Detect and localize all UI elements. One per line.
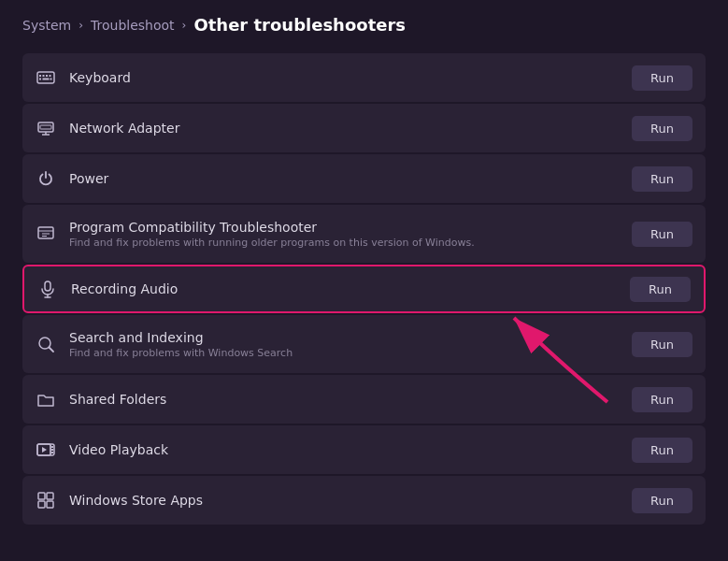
- item-left-keyboard: Keyboard: [36, 67, 131, 88]
- svg-rect-6: [43, 79, 50, 80]
- item-left-video-playback: Video Playback: [36, 439, 168, 460]
- item-subtitle-program-compat: Find and fix problems with running older…: [69, 237, 475, 249]
- item-title-search-indexing: Search and Indexing: [69, 330, 293, 345]
- svg-rect-30: [38, 501, 45, 508]
- item-title-power: Power: [69, 171, 108, 186]
- breadcrumb-troubleshoot[interactable]: Troubleshoot: [91, 18, 175, 33]
- list-item-program-compat: Program Compatibility TroubleshooterFind…: [22, 205, 706, 263]
- item-title-program-compat: Program Compatibility Troubleshooter: [69, 220, 475, 235]
- item-subtitle-search-indexing: Find and fix problems with Windows Searc…: [69, 347, 293, 359]
- keyboard-icon: [36, 67, 56, 88]
- run-button-windows-store[interactable]: Run: [632, 488, 692, 513]
- store-icon: [36, 490, 56, 511]
- svg-rect-24: [51, 446, 53, 448]
- svg-marker-27: [42, 447, 47, 453]
- run-button-recording-audio[interactable]: Run: [630, 277, 691, 302]
- svg-rect-26: [51, 452, 53, 453]
- video-icon: [36, 439, 56, 460]
- list-item-network-adapter: Network AdapterRun: [22, 104, 706, 152]
- network-icon: [36, 118, 56, 138]
- compat-icon: [36, 223, 56, 244]
- svg-rect-29: [47, 493, 53, 499]
- item-left-shared-folders: Shared Folders: [36, 389, 166, 410]
- svg-rect-12: [38, 227, 53, 238]
- troubleshooter-list: KeyboardRunNetwork AdapterRunPowerRunPro…: [22, 53, 706, 525]
- svg-rect-7: [50, 79, 52, 80]
- item-title-video-playback: Video Playback: [69, 442, 168, 457]
- item-left-recording-audio: Recording Audio: [37, 279, 178, 299]
- svg-rect-1: [39, 75, 41, 77]
- item-left-power: Power: [36, 168, 108, 189]
- svg-rect-2: [43, 75, 45, 77]
- svg-rect-25: [51, 449, 53, 451]
- list-item-power: PowerRun: [22, 154, 706, 203]
- item-title-shared-folders: Shared Folders: [69, 392, 166, 407]
- svg-rect-9: [40, 125, 51, 129]
- breadcrumb-system[interactable]: System: [22, 18, 71, 33]
- breadcrumb: System › Troubleshoot › Other troublesho…: [22, 15, 706, 35]
- list-item-video-playback: Video PlaybackRun: [22, 425, 706, 474]
- folder-icon: [36, 389, 56, 410]
- item-left-search-indexing: Search and IndexingFind and fix problems…: [36, 330, 293, 359]
- list-item-shared-folders: Shared FoldersRun: [22, 375, 706, 424]
- run-button-program-compat[interactable]: Run: [632, 222, 692, 247]
- item-title-keyboard: Keyboard: [69, 70, 131, 85]
- separator-1: ›: [79, 19, 83, 32]
- item-title-recording-audio: Recording Audio: [71, 281, 178, 296]
- run-button-search-indexing[interactable]: Run: [632, 332, 692, 357]
- item-title-network-adapter: Network Adapter: [69, 121, 179, 136]
- svg-rect-28: [38, 493, 45, 499]
- list-item-recording-audio: Recording AudioRun: [22, 265, 706, 313]
- item-title-windows-store: Windows Store Apps: [69, 493, 203, 508]
- svg-rect-16: [45, 281, 50, 291]
- item-left-program-compat: Program Compatibility TroubleshooterFind…: [36, 220, 475, 249]
- run-button-shared-folders[interactable]: Run: [632, 387, 692, 412]
- run-button-power[interactable]: Run: [632, 166, 692, 192]
- svg-rect-31: [47, 501, 53, 508]
- run-button-network-adapter[interactable]: Run: [632, 116, 692, 141]
- run-button-keyboard[interactable]: Run: [632, 65, 692, 91]
- separator-2: ›: [182, 19, 187, 32]
- breadcrumb-current: Other troubleshooters: [193, 15, 406, 35]
- item-left-network-adapter: Network Adapter: [36, 118, 179, 138]
- svg-rect-5: [39, 79, 41, 80]
- search-icon: [36, 334, 56, 354]
- main-container: System › Troubleshoot › Other troublesho…: [0, 0, 728, 561]
- list-item-search-indexing: Search and IndexingFind and fix problems…: [22, 315, 706, 373]
- svg-line-20: [50, 348, 54, 352]
- mic-icon: [37, 279, 58, 299]
- svg-rect-3: [46, 75, 48, 77]
- power-icon: [36, 168, 56, 189]
- run-button-video-playback[interactable]: Run: [632, 438, 692, 463]
- item-left-windows-store: Windows Store Apps: [36, 490, 203, 511]
- svg-rect-0: [37, 72, 54, 83]
- svg-rect-4: [50, 75, 51, 77]
- list-item-windows-store: Windows Store AppsRun: [22, 476, 706, 525]
- list-item-keyboard: KeyboardRun: [22, 53, 706, 102]
